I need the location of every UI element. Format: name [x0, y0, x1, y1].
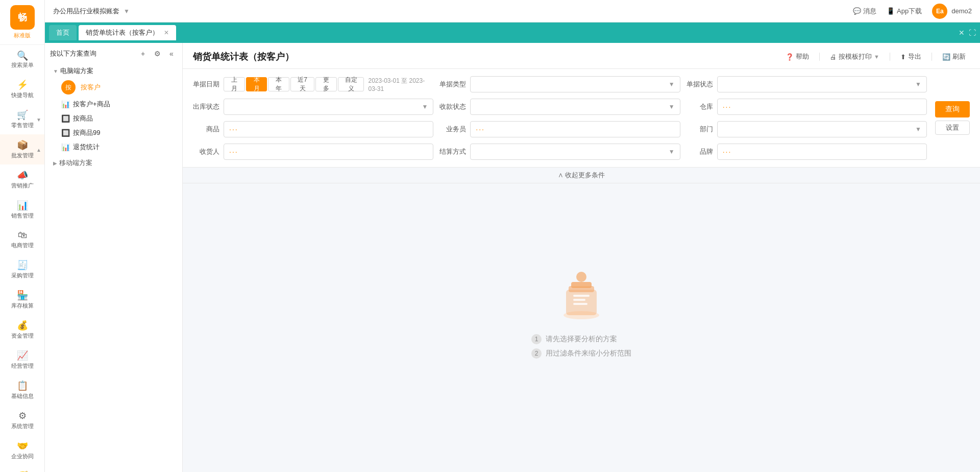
sidebar-search[interactable]: 🔍 搜索菜单	[0, 45, 44, 74]
active-dot: 按	[61, 80, 76, 95]
scheme-return-stat[interactable]: 📊 退货统计	[58, 140, 177, 154]
message-action[interactable]: 💬 消息	[853, 7, 876, 16]
settings-scheme-button[interactable]: ⚙	[152, 48, 163, 59]
help-button[interactable]: ❓ 帮助	[781, 50, 813, 63]
desktop-tree-group: 按 按客户 📊 按客户+商品 🔲 按商品 🔲 按商品99 📊 退货统	[50, 78, 177, 154]
empty-tip-1: 1 请先选择要分析的方案	[531, 334, 631, 344]
purchase-icon: 🧾	[17, 259, 28, 271]
sidebar-item-corp[interactable]: 🤝 企业协同	[0, 435, 44, 465]
dept-input[interactable]: ▼	[717, 121, 927, 137]
date-btn-custom[interactable]: 自定义	[338, 77, 364, 91]
sidebar-item-stock[interactable]: 🏪 库存核算	[0, 285, 44, 315]
sidebar-item-system[interactable]: ⚙ 系统管理	[0, 405, 44, 435]
sidebar-item-ops[interactable]: 📈 经营管理	[0, 345, 44, 375]
staff-input[interactable]: ···	[470, 121, 680, 137]
retail-icon: 🛒	[17, 109, 28, 121]
ship-input[interactable]: ▼	[224, 99, 433, 115]
search-label: 搜索菜单	[0, 61, 44, 69]
warehouse-dots: ···	[723, 103, 732, 111]
goods-filter-item: 商品 ···	[193, 121, 433, 137]
sidebar-item-basic[interactable]: 📋 基础信息	[0, 375, 44, 405]
left-panel-header: 按以下方案查询 + ⚙ «	[50, 48, 177, 59]
corp-label: 企业协同	[11, 453, 34, 460]
payment-label: 收款状态	[439, 102, 466, 111]
tab-close-window-icon[interactable]: ✕	[959, 29, 965, 37]
settlement-filter-item: 结算方式 ▼	[439, 144, 680, 160]
sidebar-item-purchase[interactable]: 🧾 采购管理	[0, 254, 44, 285]
desktop-section-toggle[interactable]: ▼ 电脑端方案	[50, 64, 177, 78]
sidebar-item-finance[interactable]: 💰 资金管理	[0, 315, 44, 345]
corp-icon: 🤝	[17, 440, 28, 452]
sidebar-logo[interactable]: 畅 标准版	[0, 0, 44, 45]
help-label: 帮助	[796, 52, 809, 61]
sidebar-item-ecommerce[interactable]: 🛍 电商管理	[0, 225, 44, 254]
message-icon: 💬	[853, 7, 861, 15]
receiver-input[interactable]: ···	[224, 144, 433, 160]
staff-filter-item: 业务员 ···	[439, 121, 680, 137]
settlement-arrow: ▼	[669, 148, 675, 155]
export-label: 导出	[908, 52, 921, 61]
query-button[interactable]: 查询	[935, 101, 970, 117]
download-icon: 📱	[887, 7, 895, 15]
app-download-action[interactable]: 📱 App下载	[887, 7, 922, 16]
tab-sales-stat[interactable]: 销货单统计表（按客户） ✕	[79, 25, 176, 40]
type-filter-item: 单据类型 ▼	[439, 76, 680, 92]
print-button[interactable]: 🖨 按模板打印 ▼	[826, 50, 884, 63]
goods-label: 商品	[193, 125, 219, 134]
collapse-bar[interactable]: ∧ 收起更多条件	[183, 168, 980, 183]
header-title: 办公用品行业模拟账套	[53, 7, 119, 16]
payment-input[interactable]: ▼	[470, 99, 680, 115]
sidebar-item-newbie[interactable]: 🧭 新手引导	[0, 465, 44, 472]
wholesale-label: 批发管理	[11, 152, 34, 159]
date-btn-this-month[interactable]: 本月	[246, 77, 267, 91]
status-input[interactable]: ▼	[717, 76, 927, 92]
brand-input[interactable]: ···	[717, 144, 927, 160]
desktop-section-label: 电脑端方案	[60, 66, 93, 76]
scheme-by-customer-goods[interactable]: 📊 按客户+商品	[58, 97, 177, 111]
export-button[interactable]: ⬆ 导出	[896, 50, 925, 63]
type-label: 单据类型	[439, 80, 466, 89]
sales-label: 销售管理	[11, 212, 34, 220]
svg-rect-5	[573, 295, 590, 297]
sidebar-item-retail[interactable]: 🛒 零售管理 ▼	[0, 104, 44, 134]
scheme-by-customer-label: 按客户	[81, 83, 101, 92]
warehouse-input[interactable]: ···	[717, 99, 927, 115]
sidebar-item-marketing[interactable]: 📣 营销推广	[0, 164, 44, 195]
basic-label: 基础信息	[11, 392, 34, 400]
message-label: 消息	[863, 7, 876, 16]
collapse-panel-button[interactable]: «	[166, 48, 177, 59]
date-btn-this-year[interactable]: 本年	[268, 77, 289, 91]
refresh-button[interactable]: 🔄 刷新	[938, 50, 970, 63]
date-btn-7days[interactable]: 近7天	[290, 77, 314, 91]
settlement-label: 结算方式	[439, 147, 466, 156]
tab-sales-label: 销货单统计表（按客户）	[86, 28, 159, 37]
payment-arrow: ▼	[669, 103, 675, 110]
brand-dots: ···	[723, 148, 732, 156]
scheme-by-customer[interactable]: 按 按客户	[58, 78, 177, 97]
settings-button[interactable]: 设置	[935, 121, 970, 135]
tab-home[interactable]: 首页	[49, 25, 77, 40]
scheme-by-goods[interactable]: 🔲 按商品	[58, 111, 177, 126]
empty-tip-2: 2 用过滤条件来缩小分析范围	[531, 348, 631, 359]
print-arrow: ▼	[874, 54, 879, 60]
status-arrow: ▼	[915, 81, 921, 88]
sidebar-item-quick-nav[interactable]: ⚡ 快捷导航	[0, 74, 44, 104]
ship-arrow: ▼	[422, 103, 428, 110]
svg-rect-3	[571, 282, 592, 288]
goods-input[interactable]: ···	[224, 121, 433, 137]
sidebar-item-wholesale[interactable]: 📦 批发管理 ▲	[0, 134, 44, 164]
type-input[interactable]: ▼	[470, 76, 680, 92]
settlement-input[interactable]: ▼	[470, 144, 680, 160]
scheme-by-goods99[interactable]: 🔲 按商品99	[58, 126, 177, 140]
user-profile[interactable]: Ea demo2	[932, 4, 972, 19]
tab-close-icon[interactable]: ✕	[164, 29, 169, 36]
header-title-wrap[interactable]: 办公用品行业模拟账套 ▼	[53, 7, 130, 16]
mobile-section-toggle[interactable]: ▶ 移动端方案	[50, 156, 177, 170]
sidebar-item-sales[interactable]: 📊 销售管理	[0, 195, 44, 225]
staff-label: 业务员	[439, 125, 466, 134]
divider1	[819, 53, 820, 61]
add-scheme-button[interactable]: +	[137, 48, 149, 59]
date-btn-last-month[interactable]: 上月	[224, 77, 245, 91]
date-btn-more[interactable]: 更多	[315, 77, 337, 91]
tab-maximize-icon[interactable]: ⛶	[969, 29, 976, 37]
